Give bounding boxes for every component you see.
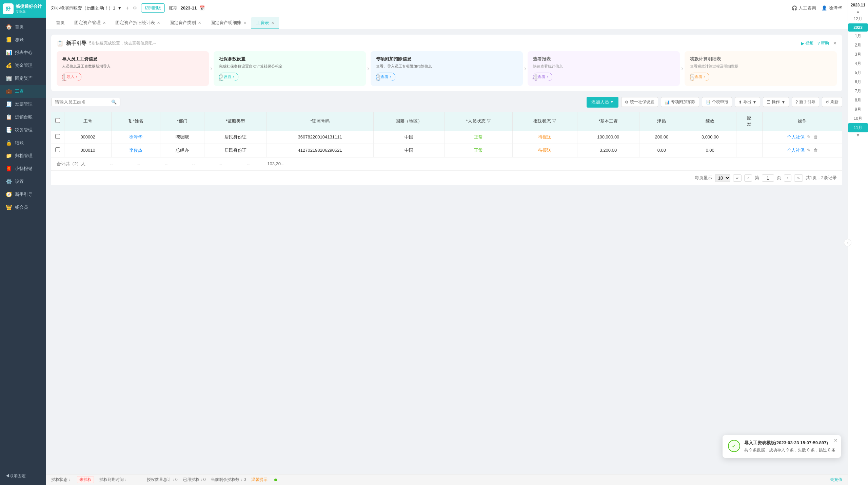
table-footer: 合计共（2）人 -- -- -- -- -- -- 103,20... — [51, 157, 842, 170]
ledger-icon: 📒 — [5, 37, 12, 43]
panel-month-9[interactable]: 9月 — [848, 105, 868, 114]
panel-year-2023[interactable]: 2023 — [848, 23, 868, 32]
row2-name: 李俊杰 — [112, 144, 160, 157]
switch-version-button[interactable]: 切到旧版 — [141, 3, 165, 13]
panel-month-12[interactable]: 12月 — [848, 14, 868, 23]
tab-depreciation[interactable]: 固定资产折旧统计表 ✕ — [111, 17, 165, 29]
sidebar-item-guide[interactable]: 🧭 新手引导 — [0, 188, 46, 201]
sidebar-item-member[interactable]: 👑 畅会员 — [0, 201, 46, 214]
tab-fixed-assets[interactable]: 固定资产管理 ✕ — [70, 17, 111, 29]
sidebar-item-settings[interactable]: ⚙️ 设置 — [0, 175, 46, 188]
tab-close-depreciation[interactable]: ✕ — [157, 21, 160, 25]
panel-month-6[interactable]: 6月 — [848, 77, 868, 87]
last-page-button[interactable]: » — [794, 174, 803, 182]
panel-month-8[interactable]: 8月 — [848, 96, 868, 105]
sidebar-item-close[interactable]: 🔒 结账 — [0, 136, 46, 149]
social-security-button[interactable]: ⚙ 统一社保设置 — [621, 97, 658, 107]
panel-toggle-button[interactable]: ‹ — [844, 239, 851, 246]
guide-help-link[interactable]: ? 帮助 — [817, 40, 829, 46]
col-checkbox[interactable] — [51, 112, 64, 131]
step5-desc: 查看税款计算过程及明细数据 — [690, 63, 831, 69]
sidebar-item-expense[interactable]: 🧧 小畅报销 — [0, 162, 46, 175]
special-deduction-button[interactable]: 📊 专项附加扣除 — [661, 97, 699, 107]
guide-close-button[interactable]: ✕ — [833, 41, 837, 46]
row2-checkbox[interactable] — [55, 147, 60, 152]
row2-dept: 总经办 — [160, 144, 204, 157]
export-button[interactable]: ⬆ 导出 ▼ — [735, 97, 761, 107]
row1-name-link[interactable]: 徐泽华 — [129, 134, 142, 139]
row2-id-type: 居民身份证 — [204, 144, 267, 157]
sidebar-item-ledger[interactable]: 📒 总账 — [0, 33, 46, 46]
row2-delete-icon[interactable]: 🗑 — [813, 148, 818, 153]
guide-button[interactable]: ? 新手引导 — [792, 97, 819, 107]
account-selector[interactable]: 刘小艳演示账套（勿删勿动！）1 ▼ — [51, 5, 122, 11]
tab-close-fixed-assets[interactable]: ✕ — [103, 21, 106, 25]
panel-down-chevron[interactable]: ▼ — [856, 132, 861, 138]
account-settings-icon[interactable]: ⚙ — [133, 5, 137, 11]
page-input[interactable] — [762, 174, 774, 182]
add-account-button[interactable]: + — [126, 5, 129, 11]
guide-video-link[interactable]: ▶ 视频 — [801, 40, 813, 46]
sidebar-item-invoice[interactable]: 🧾 发票管理 — [0, 98, 46, 111]
archive-icon: 📁 — [5, 153, 12, 159]
video-icon: ▶ — [801, 41, 804, 46]
report-filter-icon[interactable]: ▽ — [552, 118, 556, 124]
panel-month-10[interactable]: 10月 — [848, 114, 868, 123]
row1-delete-icon[interactable]: 🗑 — [813, 134, 818, 139]
prev-page-button[interactable]: ‹ — [744, 174, 752, 182]
period-selector[interactable]: 账期 2023-11 📅 — [169, 5, 205, 11]
tab-detail[interactable]: 固定资产明细账 ✕ — [206, 17, 251, 29]
row2-name-link[interactable]: 李俊杰 — [129, 148, 142, 153]
tab-close-payroll[interactable]: ✕ — [271, 21, 274, 25]
search-input[interactable] — [55, 99, 109, 105]
fixed-icon: 🏢 — [5, 75, 12, 81]
sidebar-item-fixed[interactable]: 🏢 固定资产 — [0, 72, 46, 85]
first-page-button[interactable]: « — [733, 174, 742, 182]
go-auth-button[interactable]: 去充值 — [830, 477, 842, 483]
tab-close-category[interactable]: ✕ — [198, 21, 201, 25]
operations-button[interactable]: ☰ 操作 ▼ — [763, 97, 789, 107]
tax-report-button[interactable]: 📑 个税申报 — [702, 97, 732, 107]
sidebar-item-reports[interactable]: 📊 报表中心 — [0, 46, 46, 59]
sidebar-item-tax[interactable]: 📑 税务管理 — [0, 124, 46, 136]
page-size-select[interactable]: 10 20 50 — [715, 174, 730, 182]
panel-up-chevron[interactable]: ▲ — [856, 9, 861, 14]
calendar-icon: 📅 — [199, 5, 205, 11]
tab-close-detail[interactable]: ✕ — [243, 21, 246, 25]
toast-content: 导入工资表模板(2023-03-23 15:07:59.897) 共 9 条数据… — [744, 440, 835, 453]
panel-month-1[interactable]: 1月 — [848, 32, 868, 41]
row2-social-link[interactable]: 个人社保 — [787, 148, 805, 153]
toast-close-button[interactable]: ✕ — [834, 438, 837, 443]
select-all-checkbox[interactable] — [55, 118, 60, 123]
total-records: 共1页，2条记录 — [806, 175, 837, 181]
panel-month-3[interactable]: 3月 — [848, 50, 868, 59]
panel-month-4[interactable]: 4月 — [848, 59, 868, 68]
status-filter-icon[interactable]: ▽ — [487, 118, 491, 124]
sidebar-item-funds[interactable]: 💰 资金管理 — [0, 59, 46, 72]
row2-report-status: 待报送 — [513, 144, 577, 157]
user-menu[interactable]: 👤 徐泽华 — [822, 5, 842, 11]
sidebar-item-archive[interactable]: 📁 归档管理 — [0, 149, 46, 162]
row1-edit-icon[interactable]: ✎ — [807, 134, 811, 139]
next-page-button[interactable]: › — [784, 174, 791, 182]
panel-month-2[interactable]: 2月 — [848, 41, 868, 50]
toolbar-right: 添加人员 ▼ ⚙ 统一社保设置 📊 专项附加扣除 📑 个税申报 ⬆ 导出 — [587, 97, 842, 108]
row1-social-link[interactable]: 个人社保 — [787, 134, 805, 139]
refresh-button[interactable]: ↺ 刷新 — [822, 97, 842, 107]
tab-payroll-table[interactable]: 工资表 ✕ — [251, 17, 279, 29]
step3-desc: 查看、导入员工专项附加扣除信息 — [376, 63, 517, 69]
panel-month-5[interactable]: 5月 — [848, 68, 868, 77]
row2-edit-icon[interactable]: ✎ — [807, 148, 811, 153]
row1-checkbox[interactable] — [55, 134, 60, 139]
sidebar-item-payroll[interactable]: 💼 工资 — [0, 85, 46, 98]
panel-month-7[interactable]: 7月 — [848, 87, 868, 96]
tab-home[interactable]: 首页 — [51, 17, 70, 29]
tab-category[interactable]: 固定资产类别 ✕ — [165, 17, 206, 29]
sidebar-item-purchase[interactable]: 📋 进销台账 — [0, 111, 46, 124]
add-employee-button[interactable]: 添加人员 ▼ — [587, 97, 618, 108]
sidebar-item-close-label: 结账 — [15, 140, 24, 146]
help-button[interactable]: 🎧 人工咨询 — [792, 5, 816, 11]
panel-month-11[interactable]: 11月 — [848, 123, 868, 132]
sidebar-item-home[interactable]: 🏠 首页 — [0, 20, 46, 33]
cancel-fixed-button[interactable]: ◀取消固定 — [0, 470, 46, 482]
